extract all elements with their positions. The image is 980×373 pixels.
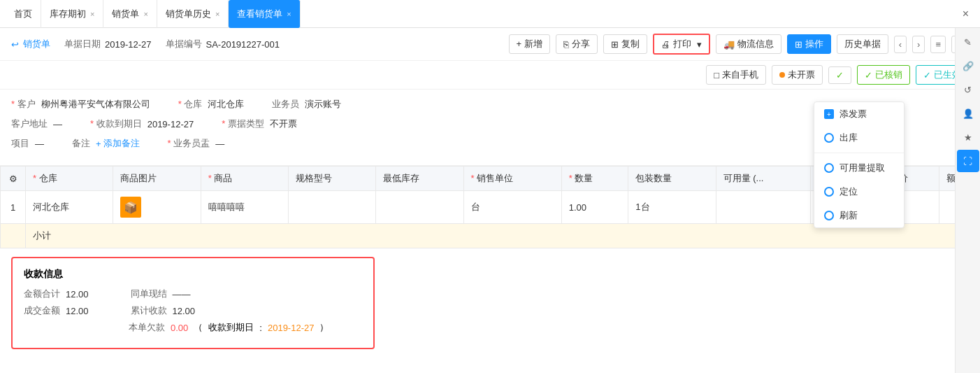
row-unit-cell: 台 (463, 191, 561, 224)
col-product: 商品 (201, 167, 288, 191)
row-warehouse-cell: 河北仓库 (26, 191, 113, 224)
closed-status-button[interactable]: ✓ 已核销 (857, 65, 910, 85)
copy-button-label: 复制 (621, 38, 640, 50)
list-view-button[interactable]: ≡ (930, 36, 946, 53)
outstanding-field: 本单欠款 0.00 （ 收款到期日 : 2019-12-27 ） (129, 321, 329, 334)
address-label: 客户地址 (11, 118, 48, 130)
new-button-label: + 新增 (517, 38, 542, 50)
available-qty-label: 可用量提取 (840, 162, 885, 174)
payment-date-field: 收款到期日 2019-12-27 (90, 118, 194, 130)
menu-item-warehouse-out[interactable]: 出库 (814, 126, 904, 150)
add-invoice-icon: + (824, 109, 834, 119)
from-mobile-label: 来自手机 (722, 69, 758, 81)
tab-sales-history-close[interactable]: × (215, 10, 219, 18)
copy-button[interactable]: ⊞ 复制 (603, 34, 647, 54)
check-icon: ✓ (865, 70, 872, 80)
locate-icon (824, 187, 834, 197)
outstanding-colon: : (259, 323, 262, 333)
add-remark-button[interactable]: 添加备注 (96, 137, 140, 150)
row-available-cell (716, 191, 810, 224)
logistics-button[interactable]: 🚚 物流信息 (716, 34, 781, 54)
tab-home-label: 首页 (14, 8, 32, 20)
row-spec-cell (288, 191, 375, 224)
col-available: 可用量 (... (716, 167, 810, 191)
tab-sales-order[interactable]: 销货单 × (103, 0, 157, 28)
operations-button[interactable]: ⊞ 操作 (787, 34, 831, 54)
sidebar-edit-icon[interactable]: ✎ (957, 31, 979, 53)
menu-item-locate[interactable]: 定位 (814, 180, 904, 204)
menu-divider (814, 153, 904, 153)
sidebar-link-icon[interactable]: 🔗 (957, 55, 979, 77)
new-button[interactable]: + 新增 (509, 34, 550, 54)
sidebar-star-icon[interactable]: ★ (957, 126, 979, 148)
doc-header: ↩ 销货单 单据日期 2019-12-27 单据编号 SA-20191227-0… (0, 28, 980, 61)
available-qty-icon (824, 163, 834, 173)
menu-item-add-invoice[interactable]: + 添发票 (814, 102, 904, 126)
not-opened-dot (779, 72, 785, 78)
operator-label: 业务员 (272, 98, 299, 111)
print-button[interactable]: 🖨 打印 ▾ (653, 34, 710, 55)
ticket-type-value: 不开票 (270, 118, 297, 130)
tab-inventory-init-close[interactable]: × (90, 10, 94, 18)
tab-check-sales[interactable]: 查看销货单 × (229, 0, 300, 28)
col-pack-qty: 包装数量 (628, 167, 716, 191)
col-settings: ⚙ (1, 167, 26, 191)
tab-sales-history[interactable]: 销货单历史 × (157, 0, 229, 28)
not-opened-button[interactable]: 未开票 (772, 65, 823, 85)
menu-item-available-qty[interactable]: 可用量提取 (814, 156, 904, 180)
share-icon: ⎘ (563, 39, 569, 50)
outstanding-bracket-close: ） (319, 321, 329, 334)
project-field: 项目 — (11, 137, 44, 150)
sidebar-expand-icon[interactable]: ⛶ (957, 150, 979, 172)
doc-type-label: 销货单 (23, 38, 50, 50)
logistics-button-label: 物流信息 (737, 38, 774, 50)
prev-button[interactable]: ‹ (894, 36, 907, 53)
row-quantity-cell: 1.00 (561, 191, 628, 224)
add-invoice-label: 添发票 (840, 108, 867, 120)
menu-item-refresh[interactable]: 刷新 (814, 204, 904, 227)
tab-home[interactable]: 首页 (6, 0, 41, 28)
operations-dropdown: + 添发票 出库 可用量提取 定位 刷新 (814, 101, 905, 228)
ticket-type-field: 票据类型 不开票 (222, 118, 297, 130)
doc-number-label: 单据编号 (166, 38, 202, 50)
tab-bar: 首页 库存期初 × 销货单 × 销货单历史 × 查看销货单 × × (0, 0, 980, 28)
next-button[interactable]: › (912, 36, 925, 53)
payment-row-3: 本单欠款 0.00 （ 收款到期日 : 2019-12-27 ） (24, 321, 362, 334)
outstanding-label: 本单欠款 (129, 321, 165, 334)
not-opened-label: 未开票 (788, 69, 815, 81)
sidebar-user-icon[interactable]: 👤 (957, 102, 979, 125)
share-button[interactable]: ⎘ 分享 (556, 34, 598, 54)
window-close-button[interactable]: × (957, 5, 974, 23)
doc-date-label: 单据日期 (64, 38, 101, 50)
tab-inventory-init[interactable]: 库存期初 × (41, 0, 103, 28)
effective-check-icon: ✓ (923, 70, 931, 80)
history-button-label: 历史单据 (844, 38, 881, 50)
payment-row-2: 成交金额 12.00 累计收款 12.00 (24, 304, 362, 317)
tab-sales-order-close[interactable]: × (143, 10, 147, 18)
payment-title: 收款信息 (24, 268, 362, 281)
doc-number-meta: 单据编号 SA-20191227-001 (166, 38, 280, 50)
from-mobile-button[interactable]: □ 来自手机 (706, 65, 766, 85)
sidebar-reload-icon[interactable]: ↺ (957, 78, 979, 101)
outstanding-due-value: 2019-12-27 (268, 323, 315, 333)
closed-label: 已核销 (875, 69, 902, 81)
doc-actions: + 新增 ⎘ 分享 ⊞ 复制 🖨 打印 ▾ 🚚 物流信息 ⊞ 操作 (509, 34, 970, 55)
address-field: 客户地址 — (11, 118, 62, 130)
doc-title-block: ↩ 销货单 (11, 38, 50, 50)
col-spec: 规格型号 (288, 167, 375, 191)
outstanding-value: 0.00 (171, 323, 188, 333)
salesperson-value: — (215, 139, 224, 149)
customer-field: 客户 柳州粤港平安气体有限公司 (11, 98, 150, 111)
history-button[interactable]: 历史单据 (837, 34, 888, 54)
truck-icon: 🚚 (723, 39, 735, 50)
subtotal-settings (1, 224, 26, 248)
next-icon: › (917, 39, 920, 50)
print-dropdown-arrow[interactable]: ▾ (697, 39, 702, 50)
print-icon: 🖨 (661, 39, 670, 50)
tab-inventory-init-label: 库存期初 (50, 8, 86, 20)
product-thumbnail: 📦 (120, 197, 141, 218)
tab-check-sales-close[interactable]: × (287, 10, 291, 18)
confirm-button[interactable]: ✓ (828, 66, 851, 84)
address-value: — (53, 119, 62, 129)
doc-date-value: 2019-12-27 (105, 39, 152, 50)
